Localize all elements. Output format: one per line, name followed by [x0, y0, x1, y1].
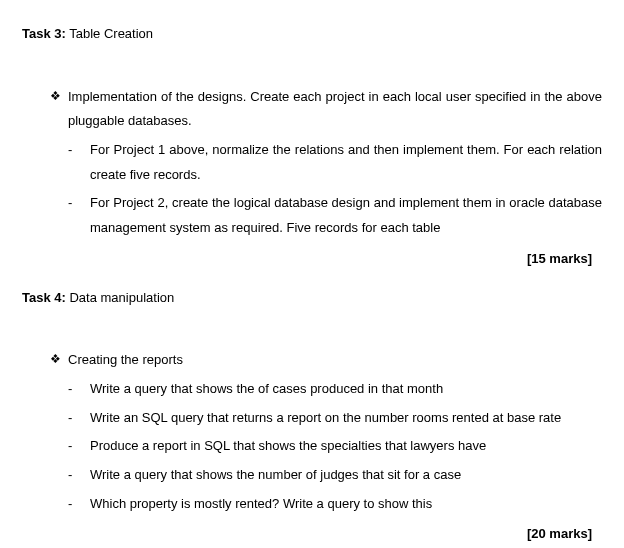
dash-icon: - [68, 138, 72, 163]
task-4-marks: [20 marks] [22, 522, 602, 547]
task-4-dash-2: - Write an SQL query that returns a repo… [68, 406, 602, 431]
dash-icon: - [68, 406, 72, 431]
dash-text: Write a query that shows the number of j… [90, 467, 461, 482]
dash-text: For Project 1 above, normalize the relat… [90, 142, 602, 182]
dash-text: Produce a report in SQL that shows the s… [90, 438, 486, 453]
task-4-dash-1: - Write a query that shows the of cases … [68, 377, 602, 402]
task-4-title: Data manipulation [66, 290, 174, 305]
task-3-title: Table Creation [66, 26, 153, 41]
dash-text: Write an SQL query that returns a report… [90, 410, 561, 425]
diamond-icon: ❖ [50, 85, 61, 108]
task-3-bullet-1: ❖ Implementation of the designs. Create … [50, 85, 602, 134]
task-4-dash-3: - Produce a report in SQL that shows the… [68, 434, 602, 459]
task-3-marks: [15 marks] [22, 247, 602, 272]
dash-icon: - [68, 463, 72, 488]
dash-icon: - [68, 191, 72, 216]
task-3-label: Task 3: [22, 26, 66, 41]
task-4-dash-4: - Write a query that shows the number of… [68, 463, 602, 488]
task-4-label: Task 4: [22, 290, 66, 305]
dash-icon: - [68, 377, 72, 402]
task-3-dash-2: - For Project 2, create the logical data… [68, 191, 602, 240]
dash-text: For Project 2, create the logical databa… [90, 195, 602, 235]
diamond-icon: ❖ [50, 348, 61, 371]
task-3-heading: Task 3: Table Creation [22, 22, 602, 47]
task-4-heading: Task 4: Data manipulation [22, 286, 602, 311]
dash-text: Write a query that shows the of cases pr… [90, 381, 443, 396]
dash-icon: - [68, 434, 72, 459]
dash-text: Which property is mostly rented? Write a… [90, 496, 432, 511]
bullet-text: Implementation of the designs. Create ea… [68, 89, 602, 129]
bullet-text: Creating the reports [68, 352, 183, 367]
task-3-dash-1: - For Project 1 above, normalize the rel… [68, 138, 602, 187]
task-4-dash-5: - Which property is mostly rented? Write… [68, 492, 602, 517]
task-4-bullet-1: ❖ Creating the reports [50, 348, 602, 373]
dash-icon: - [68, 492, 72, 517]
